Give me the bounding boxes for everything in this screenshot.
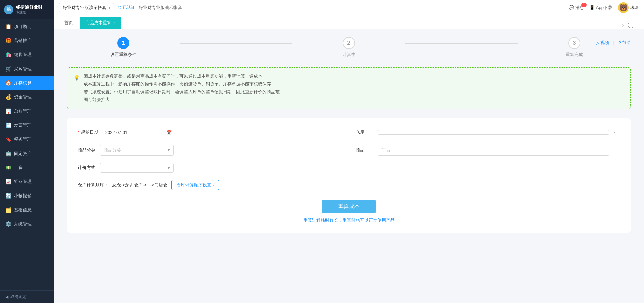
step-2-label: 计算中 [342,52,356,58]
maximize-window-icon[interactable]: ⛶ [628,23,633,29]
start-date-input[interactable]: 2022-07-01 📅 [102,128,175,137]
category-placeholder: 商品分类 [104,147,121,153]
sidebar-item-accounting[interactable]: 📊 总账管理 [0,104,54,118]
unpin-button[interactable]: ◀ 取消固定 [0,290,54,303]
sidebar-item-label: 工资 [14,165,23,171]
sidebar-item-basic[interactable]: 🗂️ 基础信息 [0,203,54,217]
calendar-icon[interactable]: 📅 [166,130,172,135]
dropdown-icon: ▾ [108,5,111,10]
product-label: 商品 [356,147,374,153]
topbar: 好业财专业版演示帐套 ▾ 🛡 已认证 好业财专业版演示帐套 💬 消息 1 📱 A… [54,0,644,15]
step-2: 2 计算中 [292,37,405,58]
sidebar-item-label: 小畅报销 [14,193,32,199]
sidebar-item-label: 基础信息 [14,207,32,213]
warehouse-order-label: 仓库计算顺序： [78,182,108,188]
step-2-circle: 2 [343,37,355,49]
pricing-select[interactable]: ▾ [100,163,174,173]
sidebar-item-inventory[interactable]: 🏠 库存核算 [0,76,54,90]
sidebar-item-label: 经营管理 [14,179,32,185]
tab-home-label: 首页 [64,20,73,26]
unpin-label: 取消固定 [10,294,26,300]
sidebar-item-label: 销售管理 [14,52,32,58]
sidebar-item-label: 采购管理 [14,66,32,72]
sidebar-item-marketing[interactable]: 🎁 营销推广 [0,34,54,48]
expense-icon: 🔄 [5,193,11,199]
messages-button[interactable]: 💬 消息 1 [569,5,584,11]
sidebar: 畅 畅捷通好业财 专业版 📋 项目顾问 🎁 营销推广 🛍️ 销售管理 🛒 采购管… [0,0,54,303]
product-input[interactable]: 商品 [378,145,609,156]
sidebar-item-label: 资金管理 [14,94,32,100]
stepper-help: ▷ 视频 | ? 帮助 [596,40,631,46]
help-video-link[interactable]: ▷ 视频 [596,40,609,46]
sidebar-item-system[interactable]: ⚙️ 系统管理 [0,217,54,231]
category-select[interactable]: 商品分类 ▾ [100,145,174,156]
account-selector[interactable]: 好业财专业版演示帐套 ▾ [59,3,114,12]
start-date-value: 2022-07-01 [105,130,128,135]
start-date-field: 起始日期 2022-07-01 📅 [78,128,342,137]
tab-recalc[interactable]: 商品成本重算 × [80,17,121,29]
assets-icon: 🏢 [5,150,11,157]
info-line-3: 若【系统设置】中启用了自动调整记账日期时，会调整入库单的整单记账日期，因此重新计… [84,88,280,96]
company-name: 好业财专业版演示帐套 [139,5,182,11]
sidebar-item-project[interactable]: 📋 项目顾问 [0,19,54,34]
sidebar-item-operation[interactable]: 📈 经营管理 [0,175,54,189]
sidebar-item-label: 系统管理 [14,221,32,227]
sidebar-item-finance[interactable]: 💰 资金管理 [0,90,54,104]
recalc-hint: 重算过程耗时较长，重算时您可以正常使用产品 [78,217,620,223]
product-more-icon[interactable]: ··· [613,147,620,153]
tab-home[interactable]: 首页 [59,17,78,29]
user-avatar-area[interactable]: 🐻 珠珠 [618,2,639,13]
sidebar-item-label: 项目顾问 [14,24,32,30]
tab-close-icon[interactable]: × [113,20,116,25]
info-bulb-icon: 💡 [73,73,80,83]
help-doc-link[interactable]: ? 帮助 [619,40,631,46]
window-controls: × ⛶ [622,23,639,29]
close-window-icon[interactable]: × [622,23,625,29]
warehouse-order-value: 总仓->深圳仓库->...->门店仓 [112,182,167,188]
shield-icon: 🛡 [118,5,122,10]
warehouse-input[interactable] [378,130,609,135]
sidebar-item-tax[interactable]: 🔖 税务管理 [0,132,54,146]
payroll-icon: 💵 [5,165,11,171]
info-line-4: 围可能会扩大 [84,96,280,103]
messages-badge: 1 [581,3,587,7]
sidebar-item-purchase[interactable]: 🛒 采购管理 [0,62,54,76]
step-3-label: 重算完成 [566,52,583,58]
message-icon: 💬 [569,5,574,10]
phone-icon: 📱 [589,5,595,10]
sidebar-item-assets[interactable]: 🏢 固定资产 [0,146,54,161]
product-placeholder: 商品 [381,147,390,153]
sidebar-item-invoice[interactable]: 🧾 发票管理 [0,118,54,132]
play-icon: ▷ [596,40,599,45]
form-row-1: 起始日期 2022-07-01 📅 仓库 ··· [78,128,620,137]
logo-icon: 畅 [4,5,13,14]
pricing-label: 计价方式 [78,165,97,171]
verified-badge: 🛡 已认证 [118,5,135,10]
warehouse-more-icon[interactable]: ··· [613,129,620,135]
sidebar-item-label: 库存核算 [14,80,32,86]
step-1-label: 设置重算条件 [110,52,137,58]
stepper: 1 设置重算条件 2 计算中 3 重算完成 ▷ 视频 [67,37,631,58]
chevron-right-icon: › [213,182,214,187]
app-download-button[interactable]: 📱 App下载 [589,5,612,11]
help-icon: ? [619,40,621,45]
warehouse-order-settings-button[interactable]: 仓库计算顺序设置 › [171,180,219,190]
unpin-icon: ◀ [5,295,8,299]
basic-icon: 🗂️ [5,207,11,213]
sidebar-item-sales[interactable]: 🛍️ 销售管理 [0,48,54,62]
warehouse-order-settings-label: 仓库计算顺序设置 [176,182,211,188]
sidebar-item-expense[interactable]: 🔄 小畅报销 [0,189,54,203]
sidebar-item-payroll[interactable]: 💵 工资 [0,161,54,175]
recalc-section: 重算成本 重算过程耗时较长，重算时您可以正常使用产品 [78,200,620,223]
logo-subtitle: 专业版 [16,10,42,15]
account-name: 好业财专业版演示帐套 [63,5,106,11]
main-area: 好业财专业版演示帐套 ▾ 🛡 已认证 好业财专业版演示帐套 💬 消息 1 📱 A… [54,0,644,303]
step-1: 1 设置重算条件 [67,37,180,58]
info-text: 因成本计算参数调整，或是对商品成本有疑问时，可以通过成本重算功能，重新计算一遍成… [84,72,280,104]
marketing-icon: 🎁 [5,38,11,44]
system-icon: ⚙️ [5,221,11,227]
recalculate-button[interactable]: 重算成本 [322,200,376,213]
content-area: 1 设置重算条件 2 计算中 3 重算完成 ▷ 视频 [54,29,644,303]
pricing-field: 计价方式 ▾ [78,163,342,173]
sidebar-item-label: 营销推广 [14,38,32,44]
